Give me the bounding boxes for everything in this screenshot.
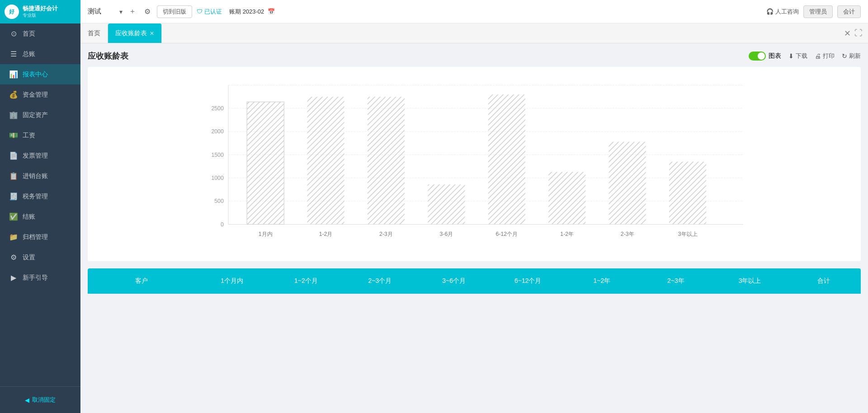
svg-text:6-12个月: 6-12个月: [496, 231, 518, 237]
sidebar-label: 固定资产: [23, 111, 48, 119]
period-label: 账期 2023-02 📅: [229, 8, 275, 16]
chart-toggle-wrap: 图表: [749, 52, 781, 61]
sidebar-item-报表中心[interactable]: 📊报表中心: [0, 64, 80, 84]
logo-text-wrap: 畅捷通好会计 专业版: [23, 5, 58, 19]
tab-首页[interactable]: 首页: [80, 23, 108, 43]
sidebar-icon: 📁: [9, 233, 18, 241]
expand-button[interactable]: ⛶: [854, 28, 863, 38]
svg-text:1月内: 1月内: [259, 231, 273, 237]
sidebar-item-进销台账[interactable]: 📋进销台账: [0, 166, 80, 186]
refresh-button[interactable]: ↻ 刷新: [842, 52, 861, 60]
app-name: 畅捷通好会计: [23, 5, 58, 13]
sidebar: 好 畅捷通好会计 专业版 ⊙首页☰总账📊报表中心💰资金管理🏢固定资产💵工资📄发票…: [0, 0, 80, 413]
topbar: 测试 ▾ ＋ ⚙ 切到旧版 🛡 已认证 账期 2023-02 📅 🎧 人工咨询 …: [80, 0, 868, 23]
table-header-3年以上: 3年以上: [713, 277, 787, 285]
accountant-button[interactable]: 会计: [837, 5, 861, 18]
close-tab-button[interactable]: ✕: [844, 28, 851, 38]
print-icon: 🖨: [815, 52, 821, 60]
svg-text:500: 500: [214, 198, 224, 204]
table-header-2~3年: 2~3年: [639, 277, 713, 285]
sidebar-icon: 🧾: [9, 192, 18, 201]
sidebar-icon: ⚙: [9, 253, 18, 262]
sidebar-icon: 💵: [9, 131, 18, 140]
table-header-6~12个月: 6~12个月: [491, 277, 565, 285]
sidebar-item-归档管理[interactable]: 📁归档管理: [0, 227, 80, 247]
report-title: 应收账龄表: [88, 51, 128, 61]
sidebar-icon: ⊙: [9, 29, 18, 38]
chart-toggle[interactable]: [749, 52, 766, 61]
svg-rect-25: [548, 172, 585, 224]
unpin-label: 取消固定: [32, 396, 56, 404]
unpin-icon: ◀: [25, 397, 29, 404]
svg-rect-19: [368, 97, 405, 224]
sidebar-icon: ✅: [9, 212, 18, 221]
sidebar-icon: ☰: [9, 50, 18, 58]
svg-text:0: 0: [221, 221, 224, 228]
sidebar-label: 税务管理: [23, 192, 48, 201]
table-header-3~6个月: 3~6个月: [417, 277, 491, 285]
svg-rect-29: [669, 162, 706, 225]
sidebar-logo: 好 畅捷通好会计 专业版: [0, 0, 80, 23]
sidebar-icon: ▶: [9, 273, 18, 282]
admin-button[interactable]: 管理员: [803, 5, 833, 18]
tab-close-icon[interactable]: ✕: [150, 30, 154, 37]
sidebar-scroll: ⊙首页☰总账📊报表中心💰资金管理🏢固定资产💵工资📄发票管理📋进销台账🧾税务管理✅…: [0, 23, 80, 386]
certified-status: 🛡 已认证: [197, 8, 222, 16]
sidebar-label: 首页: [23, 30, 35, 38]
download-icon: ⬇: [788, 52, 794, 60]
download-button[interactable]: ⬇ 下载: [788, 52, 807, 60]
sidebar-item-固定资产[interactable]: 🏢固定资产: [0, 105, 80, 125]
sidebar-item-发票管理[interactable]: 📄发票管理: [0, 145, 80, 166]
sidebar-item-设置[interactable]: ⚙设置: [0, 247, 80, 268]
table-header-1个月内: 1个月内: [195, 277, 269, 285]
sidebar-item-新手引导[interactable]: ▶新手引导: [0, 268, 80, 288]
bar-chart: 0 500 1000 1500 2000 2500 1月内 1-2月 2-3月 …: [97, 76, 852, 252]
add-button[interactable]: ＋: [127, 5, 138, 18]
sidebar-item-税务管理[interactable]: 🧾税务管理: [0, 186, 80, 206]
table-header: 客户1个月内1~2个月2~3个月3~6个月6~12个月1~2年2~3年3年以上合…: [88, 268, 861, 294]
sidebar-label: 进销台账: [23, 172, 48, 180]
svg-text:1000: 1000: [211, 175, 224, 181]
svg-text:1500: 1500: [211, 152, 224, 158]
table-header-2~3个月: 2~3个月: [343, 277, 417, 285]
project-name: 测试: [88, 7, 115, 16]
tab-应收账龄表[interactable]: 应收账龄表✕: [108, 23, 162, 43]
sidebar-icon: 📋: [9, 172, 18, 180]
page-content: 应收账龄表 图表 ⬇ 下载 🖨 打印 ↻ 刷新: [80, 43, 868, 413]
chart-toggle-label: 图表: [769, 52, 781, 60]
main-area: 测试 ▾ ＋ ⚙ 切到旧版 🛡 已认证 账期 2023-02 📅 🎧 人工咨询 …: [80, 0, 868, 413]
project-dropdown[interactable]: ▾: [119, 8, 123, 15]
sidebar-label: 总账: [23, 50, 35, 58]
svg-text:2-3月: 2-3月: [379, 231, 393, 237]
unpin-button[interactable]: ◀ 取消固定: [0, 391, 80, 408]
sidebar-bottom: ◀ 取消固定: [0, 386, 80, 413]
logo-icon: 好: [5, 5, 19, 19]
report-actions: 图表 ⬇ 下载 🖨 打印 ↻ 刷新: [749, 52, 861, 61]
print-button[interactable]: 🖨 打印: [815, 52, 835, 60]
sidebar-icon: 🏢: [9, 111, 18, 119]
settings-icon[interactable]: ⚙: [142, 5, 152, 18]
chart-area: 0 500 1000 1500 2000 2500 1月内 1-2月 2-3月 …: [88, 67, 861, 261]
sidebar-item-首页[interactable]: ⊙首页: [0, 23, 80, 44]
sidebar-item-总账[interactable]: ☰总账: [0, 44, 80, 64]
sidebar-item-工资[interactable]: 💵工资: [0, 125, 80, 145]
sidebar-label: 归档管理: [23, 233, 48, 241]
sidebar-item-结账[interactable]: ✅结账: [0, 206, 80, 227]
svg-text:2500: 2500: [211, 105, 224, 112]
sidebar-label: 设置: [23, 253, 35, 262]
table-header-客户: 客户: [88, 277, 195, 285]
calendar-icon[interactable]: 📅: [268, 8, 275, 15]
sidebar-label: 结账: [23, 213, 35, 221]
old-version-button[interactable]: 切到旧版: [157, 5, 192, 18]
svg-rect-15: [247, 102, 284, 224]
report-header: 应收账龄表 图表 ⬇ 下载 🖨 打印 ↻ 刷新: [88, 51, 861, 61]
consult-button[interactable]: 🎧 人工咨询: [766, 8, 799, 16]
app-edition: 专业版: [23, 12, 58, 19]
headset-icon: 🎧: [766, 8, 774, 15]
table-header-1~2个月: 1~2个月: [269, 277, 343, 285]
sidebar-label: 报表中心: [23, 70, 48, 79]
sidebar-item-资金管理[interactable]: 💰资金管理: [0, 84, 80, 105]
svg-text:3-6月: 3-6月: [440, 231, 453, 237]
svg-rect-27: [609, 142, 646, 225]
svg-text:2000: 2000: [211, 128, 224, 135]
